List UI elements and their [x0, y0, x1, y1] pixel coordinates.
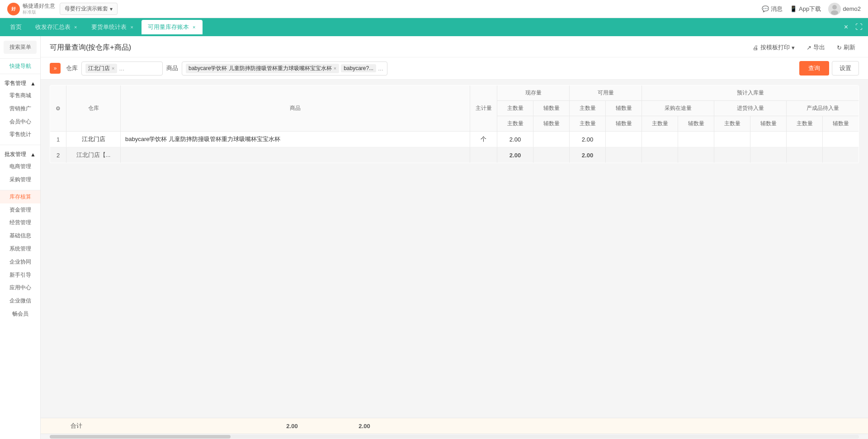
download-icon: 📱: [790, 5, 797, 12]
data-table: ⚙ 仓库 商品 主计量 现存量 可用量 预计入库量 主数量 辅数量 主数量 辅数…: [50, 85, 859, 163]
avatar: [828, 3, 841, 15]
sidebar-item-retail-stats[interactable]: 零售统计: [0, 128, 40, 141]
tab-available[interactable]: 可用量库存账本 ×: [142, 20, 203, 34]
product-filter-more[interactable]: ...: [378, 65, 383, 72]
tab-available-close[interactable]: ×: [192, 24, 196, 31]
th-available-main: 主数量: [570, 101, 606, 116]
th-product: 商品: [121, 85, 470, 132]
tab-close-all-button[interactable]: ×: [842, 21, 850, 33]
tab-bar: 首页 收发存汇总表 × 要货单统计表 × 可用量库存账本 × × ⛶: [0, 18, 868, 36]
th-available-group: 可用量: [570, 85, 642, 101]
sidebar-item-basics[interactable]: 基础信息: [0, 229, 40, 242]
tab-fullscreen-button[interactable]: ⛶: [854, 21, 864, 33]
sidebar: 搜索菜单 快捷导航 零售管理 ▲ 零售商城 营销推广 会员中心 零售统计 批发管…: [0, 36, 41, 439]
th-production-aux: 辅数量: [823, 116, 859, 132]
tab-home[interactable]: 首页: [4, 20, 28, 34]
product-filter-input[interactable]: babycare学饮杯 儿童防摔防撞吸管杯重力球吸嘴杯宝宝水杯 × babyca…: [182, 61, 387, 76]
filter-expand-button[interactable]: »: [50, 63, 61, 74]
row-production-main: [787, 132, 823, 147]
row-available-aux: [606, 132, 642, 147]
sidebar-item-apps[interactable]: 应用中心: [0, 281, 40, 294]
subtotal-current-main: 2.00: [497, 147, 533, 163]
subtotal-p3: [714, 147, 750, 163]
row-purchase-main: [642, 132, 678, 147]
th-purchase-aux: 辅数量: [678, 116, 714, 132]
subtotal-p2: [678, 147, 714, 163]
sidebar-item-enterprise[interactable]: 企业协同: [0, 255, 40, 269]
sidebar-item-guide[interactable]: 新手引导: [0, 269, 40, 282]
chevron-icon: ▲: [30, 80, 36, 87]
chevron-down-icon: ▾: [110, 6, 113, 12]
sidebar-item-purchase[interactable]: 采购管理: [0, 173, 40, 186]
warehouse-filter-input[interactable]: 江北门店 × ...: [81, 61, 163, 76]
scrollbar-thumb[interactable]: [50, 435, 231, 439]
scrollbar-track: [50, 435, 859, 439]
print-icon: 🖨: [753, 44, 759, 51]
svg-point-2: [831, 10, 838, 15]
th-warehouse: 仓库: [66, 85, 121, 132]
th-available-aux: 辅数量: [606, 101, 642, 116]
warehouse-filter-more[interactable]: ...: [119, 65, 124, 72]
sidebar-item-retail-store[interactable]: 零售商城: [0, 89, 40, 102]
product-filter-label: 商品: [166, 64, 178, 72]
row-incoming-main: [714, 132, 750, 147]
refresh-button[interactable]: ↻ 刷新: [833, 42, 859, 53]
th-planned-group: 预计入库量: [642, 85, 859, 101]
row-production-aux: [823, 132, 859, 147]
sidebar-item-inventory[interactable]: 库存核算: [0, 190, 40, 203]
row-warehouse: 江北门店: [66, 132, 121, 147]
sidebar-item-member2[interactable]: 畅会员: [0, 307, 40, 321]
th-cs-main2: 主数量: [497, 116, 533, 132]
sidebar-item-ecommerce[interactable]: 电商管理: [0, 160, 40, 173]
th-current-aux: 辅数量: [533, 101, 570, 116]
chevron-icon-2: ▲: [30, 151, 36, 158]
main-layout: 搜索菜单 快捷导航 零售管理 ▲ 零售商城 营销推广 会员中心 零售统计 批发管…: [0, 36, 868, 439]
footer-current-main: 2.00: [274, 423, 310, 430]
search-menu-button[interactable]: 搜索菜单: [4, 41, 37, 54]
warehouse-filter-tag: 江北门店 ×: [85, 64, 117, 73]
filter-group: 仓库 江北门店 × ... 商品 babycare学饮杯 儿童防摔防撞吸管杯重力…: [66, 61, 794, 76]
table-row: 1 江北门店 babycare学饮杯 儿童防摔防撞吸管杯重力球吸嘴杯宝宝水杯 个…: [50, 132, 859, 147]
tab-bar-right: × ⛶: [842, 21, 864, 33]
warehouse-tag-close[interactable]: ×: [112, 66, 114, 71]
query-button[interactable]: 查询: [799, 61, 829, 76]
setting-button[interactable]: 设置: [832, 61, 859, 76]
th-incoming-aux: 辅数量: [750, 116, 787, 132]
sidebar-item-wechat[interactable]: 企业微信: [0, 294, 40, 307]
industry-selector[interactable]: 母婴行业演示账套 ▾: [60, 3, 118, 15]
th-current-stock-group: 现存量: [497, 85, 570, 101]
top-bar: 好 畅捷通好生意 标准版 母婴行业演示账套 ▾ 💬 消息 📱 App下载 dem…: [0, 0, 868, 18]
th-settings[interactable]: ⚙: [50, 85, 66, 132]
sidebar-item-member[interactable]: 会员中心: [0, 115, 40, 128]
sidebar-item-marketing[interactable]: 营销推广: [0, 102, 40, 115]
tab-order-close[interactable]: ×: [129, 24, 134, 31]
sidebar-item-finance[interactable]: 资金管理: [0, 203, 40, 217]
sidebar-item-operations[interactable]: 经营管理: [0, 216, 40, 229]
sidebar-group-retail-title[interactable]: 零售管理 ▲: [0, 78, 40, 89]
logo-text: 畅捷通好生意 标准版: [23, 3, 55, 14]
horizontal-scrollbar[interactable]: [41, 434, 868, 439]
logo-area: 好 畅捷通好生意 标准版: [7, 3, 55, 15]
subtotal-current-aux: [533, 147, 570, 163]
message-button[interactable]: 💬 消息: [762, 5, 783, 13]
tab-order[interactable]: 要货单统计表 ×: [85, 20, 140, 34]
tab-collect[interactable]: 收发存汇总表 ×: [29, 20, 84, 34]
app-download-button[interactable]: 📱 App下载: [790, 5, 821, 13]
product-filter-tag1: babycare学饮杯 儿童防摔防撞吸管杯重力球吸嘴杯宝宝水杯 ×: [186, 64, 339, 73]
filter-bar: » 仓库 江北门店 × ... 商品 babycare学饮杯 儿童防摔防撞吸管杯…: [41, 57, 868, 80]
th-purchase-main: 主数量: [642, 116, 678, 132]
row-current-aux: [533, 132, 570, 147]
tab-collect-close[interactable]: ×: [73, 24, 78, 31]
sidebar-item-system[interactable]: 系统管理: [0, 242, 40, 255]
svg-point-1: [832, 5, 837, 9]
quick-nav-button[interactable]: 快捷导航: [0, 59, 40, 74]
sidebar-group-wholesale-title[interactable]: 批发管理 ▲: [0, 149, 40, 160]
print-button[interactable]: 🖨 按模板打印 ▾: [749, 42, 798, 53]
subtotal-p1: [642, 147, 678, 163]
subtotal-no: 2: [50, 147, 66, 163]
user-menu[interactable]: demo2: [828, 3, 861, 15]
settings-icon[interactable]: ⚙: [56, 105, 61, 112]
subtotal-p5: [787, 147, 823, 163]
product-tag1-close[interactable]: ×: [334, 66, 336, 71]
export-button[interactable]: ↗ 导出: [803, 42, 829, 53]
